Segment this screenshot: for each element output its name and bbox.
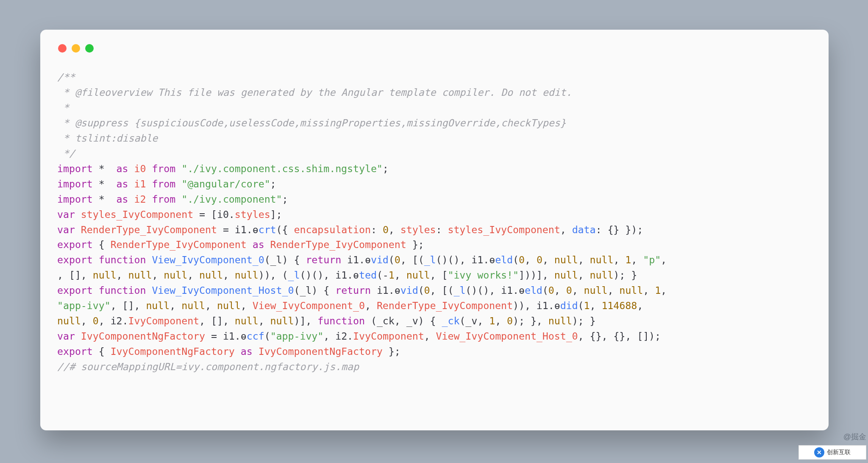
null: null bbox=[57, 315, 81, 326]
punc: ( bbox=[389, 254, 395, 265]
num: 0 bbox=[566, 284, 572, 296]
ident: IvyComponent bbox=[128, 315, 200, 326]
comment-line: * bbox=[57, 102, 69, 113]
punc: (_l) { bbox=[264, 254, 306, 265]
punc: ()(), i1.ɵ bbox=[436, 254, 495, 265]
punc: ); }, bbox=[513, 315, 548, 326]
punc: , bbox=[643, 284, 655, 296]
punc: , [( bbox=[401, 254, 424, 265]
punc: , bbox=[223, 269, 235, 281]
kw-export: export bbox=[57, 239, 93, 250]
kw-var: var bbox=[57, 330, 75, 342]
null: null bbox=[590, 269, 614, 281]
fn: _ck bbox=[442, 315, 459, 326]
ident: styles_IvyComponent bbox=[448, 224, 560, 235]
kw-function: function bbox=[99, 254, 146, 265]
num: 0 bbox=[395, 254, 401, 265]
string: "app-ivy" bbox=[270, 330, 324, 342]
punc: , bbox=[365, 300, 377, 311]
logo-icon: ✕ bbox=[814, 447, 824, 457]
punc: , bbox=[542, 254, 554, 265]
num: 1 bbox=[489, 315, 495, 326]
null: null bbox=[235, 269, 259, 281]
fn: vid bbox=[401, 284, 418, 296]
null: null bbox=[554, 254, 578, 265]
semi: ; bbox=[270, 178, 276, 190]
punc: )), i1.ɵ bbox=[513, 300, 560, 311]
punc: , bbox=[578, 254, 590, 265]
punc: ()(), i1.ɵ bbox=[465, 284, 525, 296]
ident: IvyComponentNgFactory bbox=[111, 346, 235, 357]
punc: , bbox=[152, 269, 164, 281]
comment-line: * tslint:disable bbox=[57, 132, 158, 144]
num: 1 bbox=[389, 269, 395, 281]
punc: : bbox=[371, 224, 383, 235]
punc: , bbox=[572, 284, 584, 296]
punc: ({ bbox=[276, 224, 294, 235]
fn-name: View_IvyComponent_Host_0 bbox=[152, 284, 294, 296]
prop: styles bbox=[235, 209, 270, 220]
punc: , bbox=[613, 254, 625, 265]
punc: { bbox=[93, 346, 111, 357]
string: "@angular/core" bbox=[181, 178, 270, 190]
punc: ( bbox=[264, 330, 270, 342]
null: null bbox=[584, 284, 608, 296]
punc: = i1.ɵ bbox=[217, 224, 259, 235]
ident: i1 bbox=[134, 178, 146, 190]
kw-as: as bbox=[111, 178, 134, 190]
ident: RenderType_IvyComponent bbox=[81, 224, 217, 235]
punc: , bbox=[661, 254, 673, 265]
punc: , bbox=[578, 269, 590, 281]
punc: , bbox=[637, 300, 649, 311]
fn-name: View_IvyComponent_0 bbox=[152, 254, 264, 265]
kw-export: export bbox=[57, 346, 93, 357]
maximize-icon[interactable] bbox=[85, 44, 94, 53]
punc: )), ( bbox=[259, 269, 288, 281]
comment-line: */ bbox=[57, 148, 75, 159]
punc: , bbox=[525, 254, 537, 265]
num: 1 bbox=[584, 300, 590, 311]
punc: ); } bbox=[613, 269, 637, 281]
punc: , [], bbox=[57, 269, 93, 281]
string: "./ivy.component.css.shim.ngstyle" bbox=[181, 163, 383, 174]
kw-as: as bbox=[247, 239, 270, 250]
num: 0 bbox=[507, 315, 513, 326]
punc: , bbox=[117, 269, 128, 281]
fn: _l bbox=[453, 284, 465, 296]
fn: ccf bbox=[247, 330, 264, 342]
num: 0 bbox=[424, 284, 430, 296]
punc: , bbox=[560, 224, 572, 235]
num: 0 bbox=[519, 254, 525, 265]
close-icon[interactable] bbox=[58, 44, 67, 53]
punc: { bbox=[93, 239, 111, 250]
kw-return: return bbox=[306, 254, 341, 265]
fn: vid bbox=[371, 254, 389, 265]
punc: ]))], bbox=[519, 269, 554, 281]
fn: eld bbox=[525, 284, 542, 296]
kw-import: import bbox=[57, 163, 93, 174]
punc: ()(), i1.ɵ bbox=[300, 269, 359, 281]
punc: , bbox=[259, 315, 270, 326]
punc: : bbox=[436, 224, 448, 235]
punc: , bbox=[495, 315, 507, 326]
kw-export: export bbox=[57, 254, 93, 265]
ident: RenderType_IvyComponent bbox=[377, 300, 513, 311]
kw-as: as bbox=[235, 346, 259, 357]
minimize-icon[interactable] bbox=[72, 44, 80, 53]
ident: styles_IvyComponent bbox=[81, 209, 193, 220]
punc: , bbox=[205, 300, 217, 311]
kw-from: from bbox=[146, 178, 181, 190]
watermark-text: @掘金 bbox=[843, 432, 866, 442]
punc: , [( bbox=[430, 284, 454, 296]
star: * bbox=[93, 178, 111, 190]
ident: RenderType_IvyComponent bbox=[270, 239, 406, 250]
null: null bbox=[548, 315, 572, 326]
kw-function: function bbox=[99, 284, 146, 296]
punc: , bbox=[389, 224, 401, 235]
punc: (- bbox=[377, 269, 389, 281]
fn: eld bbox=[495, 254, 513, 265]
kw-var: var bbox=[57, 224, 75, 235]
null: null bbox=[590, 254, 614, 265]
string: "ivy works!" bbox=[448, 269, 519, 281]
punc: , bbox=[554, 284, 566, 296]
